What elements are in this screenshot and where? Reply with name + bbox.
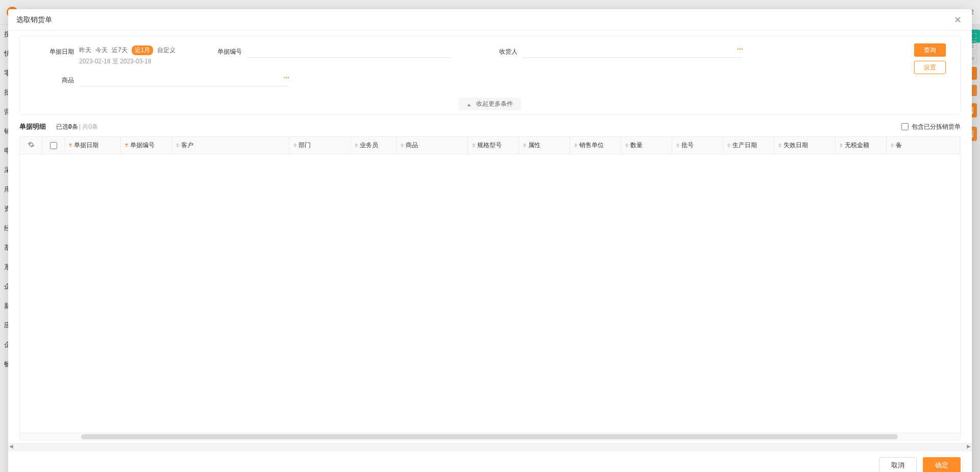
- sort-icon: [891, 143, 894, 148]
- col-date[interactable]: 单据日期: [65, 137, 121, 154]
- sort-icon: [125, 143, 128, 148]
- sort-icon: [472, 143, 475, 148]
- selected-count: 已选0条: [56, 123, 78, 131]
- sort-icon: [176, 143, 179, 148]
- col-code[interactable]: 单据编号: [121, 137, 172, 154]
- date-range-text: 2023-02-18 至 2023-03-18: [79, 57, 176, 66]
- col-customer[interactable]: 客户: [172, 137, 289, 154]
- col-spec[interactable]: 规格型号: [468, 137, 519, 154]
- select-all-cell[interactable]: [42, 137, 65, 154]
- include-dispatched-input[interactable]: [901, 123, 909, 130]
- modal-backdrop: 选取销货单 ✕ 单据日期 昨天 今天 近7天 近1月 自定: [0, 0, 980, 472]
- hscroll-thumb[interactable]: [81, 434, 898, 439]
- col-sale-unit[interactable]: 销售单位: [570, 137, 621, 154]
- tab-detail[interactable]: 单据明细: [19, 122, 46, 131]
- gear-icon: [28, 141, 35, 150]
- receiver-input[interactable]: [523, 45, 742, 58]
- orders-table: 单据日期 单据编号 客户 部门 业务员 商品 规格型号 属性 销售单位 数量 批…: [19, 136, 961, 440]
- sort-icon: [293, 143, 297, 148]
- col-salesperson[interactable]: 业务员: [351, 137, 397, 154]
- product-more-icon[interactable]: ⋯: [283, 74, 290, 81]
- select-order-modal: 选取销货单 ✕ 单据日期 昨天 今天 近7天 近1月 自定: [8, 9, 972, 472]
- modal-footer: 取消 确定: [8, 451, 972, 472]
- sort-icon: [401, 143, 404, 148]
- chevron-up-icon: [467, 101, 473, 108]
- filter-receiver: 收货人 ⋯: [482, 45, 744, 58]
- product-input[interactable]: [79, 74, 288, 86]
- filter-panel: 单据日期 昨天 今天 近7天 近1月 自定义 2023-02-18: [19, 36, 961, 115]
- preset-today[interactable]: 今天: [95, 46, 108, 55]
- column-settings[interactable]: [20, 137, 42, 154]
- include-dispatched-checkbox[interactable]: 包含已分拣销货单: [901, 123, 961, 131]
- settings-button[interactable]: 设置: [914, 61, 946, 74]
- code-input[interactable]: [247, 45, 451, 58]
- sort-icon: [355, 143, 358, 148]
- sort-icon: [778, 143, 781, 148]
- filter-receiver-label: 收货人: [482, 45, 518, 56]
- confirm-button[interactable]: 确定: [923, 457, 961, 473]
- col-attr[interactable]: 属性: [519, 137, 570, 154]
- receiver-more-icon[interactable]: ⋯: [737, 45, 744, 53]
- col-prod-date[interactable]: 生产日期: [723, 137, 774, 154]
- preset-custom[interactable]: 自定义: [157, 46, 176, 55]
- filter-date-label: 单据日期: [38, 45, 74, 56]
- collapse-label: 收起更多条件: [476, 100, 513, 108]
- tabs-row: 单据明细 已选0条 | 共0条 包含已分拣销货单: [19, 122, 961, 131]
- modal-header: 选取销货单 ✕: [8, 9, 972, 31]
- sort-icon: [727, 143, 730, 148]
- table-body-empty: [20, 154, 960, 433]
- preset-yesterday[interactable]: 昨天: [79, 46, 91, 55]
- table-hscrollbar[interactable]: [20, 433, 960, 440]
- col-amount-excl-tax[interactable]: 无税金额: [836, 137, 887, 154]
- cancel-button[interactable]: 取消: [879, 457, 917, 473]
- sort-icon: [676, 143, 679, 148]
- sort-icon: [523, 143, 526, 148]
- sort-icon: [840, 143, 843, 148]
- col-qty[interactable]: 数量: [621, 137, 672, 154]
- modal-title: 选取销货单: [16, 15, 52, 25]
- col-dept[interactable]: 部门: [289, 137, 351, 154]
- query-button[interactable]: 查询: [914, 43, 946, 57]
- table-header: 单据日期 单据编号 客户 部门 业务员 商品 规格型号 属性 销售单位 数量 批…: [20, 137, 960, 154]
- col-remark[interactable]: 备: [887, 137, 960, 154]
- total-count: | 共0条: [79, 123, 98, 131]
- filter-product: 商品 ⋯: [38, 74, 290, 86]
- filter-product-label: 商品: [38, 74, 74, 85]
- preset-last7[interactable]: 近7天: [112, 46, 128, 55]
- filter-actions: 查询 设置: [914, 43, 946, 74]
- select-all-checkbox[interactable]: [50, 142, 57, 149]
- sort-icon: [69, 143, 72, 148]
- collapse-filters-button[interactable]: 收起更多条件: [459, 98, 521, 110]
- col-product[interactable]: 商品: [397, 137, 468, 154]
- modal-hscrollbar[interactable]: [8, 443, 972, 451]
- sort-icon: [625, 143, 628, 148]
- include-dispatched-label: 包含已分拣销货单: [912, 123, 961, 131]
- col-expire-date[interactable]: 失效日期: [774, 137, 836, 154]
- filter-date: 单据日期 昨天 今天 近7天 近1月 自定义 2023-02-18: [38, 45, 176, 66]
- modal-body: 单据日期 昨天 今天 近7天 近1月 自定义 2023-02-18: [8, 31, 972, 451]
- col-batch[interactable]: 批号: [672, 137, 723, 154]
- filter-code: 单据编号: [206, 45, 451, 58]
- preset-last1m[interactable]: 近1月: [132, 45, 154, 55]
- close-icon[interactable]: ✕: [952, 12, 964, 28]
- sort-icon: [574, 143, 577, 148]
- filter-code-label: 单据编号: [206, 45, 242, 56]
